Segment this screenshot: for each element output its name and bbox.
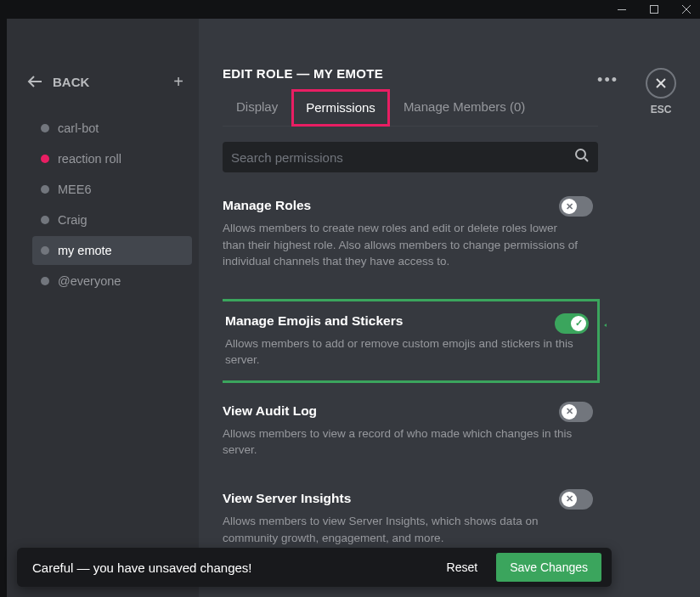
search-icon [574,148,590,166]
x-icon: ✕ [562,492,577,507]
permission-description: Allows members to view a record of who m… [223,425,579,459]
search-permissions-field[interactable] [223,142,598,172]
permission-title: Manage Roles [223,198,598,213]
role-name: carl-bot [58,121,99,135]
role-color-dot [41,124,49,132]
reset-button[interactable]: Reset [435,554,490,581]
main-panel: ••• ESC EDIT ROLE — MY EMOTE Display Per… [199,19,700,597]
close-settings-button[interactable]: ESC [646,68,676,115]
permission-row: View Server InsightsAllows members to vi… [223,487,598,549]
unsaved-changes-bar: Careful — you have unsaved changes! Rese… [17,548,612,587]
permission-row: View Audit LogAllows members to view a r… [223,400,598,462]
check-icon: ✓ [571,316,586,331]
unsaved-text: Careful — you have unsaved changes! [32,560,435,575]
permission-title: View Audit Log [223,403,598,419]
role-color-dot [41,155,49,163]
role-item[interactable]: my emote [32,236,192,265]
role-item[interactable]: MEE6 [32,175,192,204]
window-titlebar [0,0,700,19]
svg-point-7 [576,149,585,159]
permission-toggle[interactable]: ✕ [559,489,593,510]
roles-sidebar: BACK + carl-botreaction rollMEE6Craigmy … [7,19,199,597]
tab-bar: Display Permissions Manage Members (0) [223,99,598,127]
role-name: Craig [58,213,88,227]
permission-description: Allows members to view Server Insights, … [223,513,579,546]
role-item[interactable]: Craig [32,206,192,234]
x-icon: ✕ [562,404,577,420]
more-options-button[interactable]: ••• [597,71,618,89]
role-color-dot [41,216,49,224]
permission-row: Manage Emojis and StickersAllows members… [223,299,600,383]
back-label[interactable]: BACK [53,75,173,89]
role-name: @everyone [58,274,121,288]
permission-row: Manage RolesAllows members to create new… [223,194,598,273]
back-arrow-icon[interactable] [27,76,42,87]
role-name: MEE6 [58,183,92,196]
permission-title: View Server Insights [223,491,598,506]
role-item[interactable]: reaction roll [32,144,192,173]
svg-rect-0 [618,9,626,10]
svg-rect-1 [651,6,658,14]
role-name: my emote [58,244,112,257]
tab-display[interactable]: Display [223,99,291,126]
tab-manage-members[interactable]: Manage Members (0) [390,99,539,126]
svg-line-8 [584,158,588,161]
role-item[interactable]: carl-bot [32,114,192,143]
window-close-button[interactable] [676,2,697,17]
permission-toggle[interactable]: ✓ [555,313,589,334]
permission-toggle[interactable]: ✕ [559,402,593,422]
role-color-dot [41,277,49,285]
permission-description: Allows members to create new roles and e… [223,220,579,270]
role-color-dot [41,185,49,194]
save-changes-button[interactable]: Save Changes [496,553,601,582]
x-icon: ✕ [562,199,577,214]
permissions-list: Manage RolesAllows members to create new… [223,194,607,560]
window-minimize-button[interactable] [612,2,632,17]
role-item[interactable]: @everyone [32,267,192,296]
permission-title: Manage Emojis and Stickers [225,313,589,329]
search-input[interactable] [231,150,574,165]
role-name: reaction roll [58,152,121,166]
esc-label: ESC [646,104,676,115]
permission-toggle[interactable]: ✕ [559,196,593,217]
add-role-button[interactable]: + [173,72,183,92]
permission-description: Allows members to add or remove custom e… [225,335,582,369]
window-maximize-button[interactable] [644,2,664,17]
tab-permissions[interactable]: Permissions [291,89,390,127]
close-icon [646,68,676,99]
role-color-dot [41,246,49,255]
